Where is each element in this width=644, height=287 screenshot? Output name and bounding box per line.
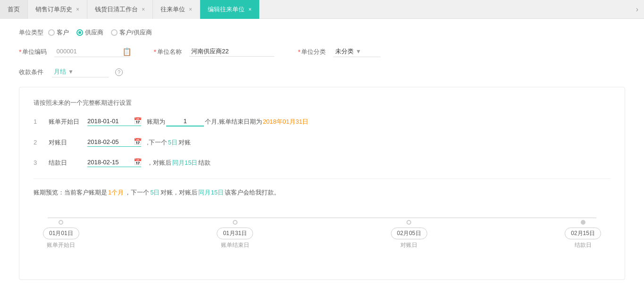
bill-start-date-field[interactable] xyxy=(87,118,130,125)
row-2-label: 对账日 xyxy=(49,138,82,147)
preview-part5: 该客户会给我打款。 xyxy=(225,188,280,197)
radio-supplier[interactable]: 供应商 xyxy=(76,28,103,37)
bill-start-row: 1 账单开始日 📅 账期为 个月,账单结束日期为 2018年01月31日 xyxy=(34,117,610,127)
settlement-date-field[interactable] xyxy=(87,159,130,166)
timeline-container: 01月01日 账单开始日 01月31日 账单结束日 xyxy=(34,208,610,268)
unit-code-field: * 单位编码 📋 xyxy=(19,47,130,57)
row-1-desc-suffix: 个月,账单结束日期为 xyxy=(205,118,262,126)
tab-expand-icon[interactable]: › xyxy=(630,5,644,14)
main-content: 单位类型 客户 供应商 客户/供应商 * 单位编码 📋 xyxy=(0,19,644,287)
unit-info-row: * 单位编码 📋 * 单位名称 * 单位分类 未分类 ▼ xyxy=(19,46,625,57)
settlement-cal-icon[interactable]: 📅 xyxy=(134,158,141,166)
row-3-label: 结款日 xyxy=(49,159,82,167)
unit-code-label: 单位编码 xyxy=(22,48,47,56)
tl-label-reconcile: 对账日 xyxy=(400,241,417,249)
unit-type-label: 单位类型 xyxy=(19,28,43,37)
radio-customer[interactable]: 客户 xyxy=(48,28,69,37)
tab-partner-label: 往来单位 xyxy=(161,5,185,14)
radio-customer-label: 客户 xyxy=(57,28,69,37)
preview-section: 账期预览：当前客户账期是 1个月 ，下一个 5日 对账，对账后 同月15日 该客… xyxy=(34,178,610,268)
unit-code-copy-icon[interactable]: 📋 xyxy=(122,47,130,55)
preview-part4: 同月15日 xyxy=(198,188,223,197)
reconciliation-cal-icon[interactable]: 📅 xyxy=(134,138,141,145)
unit-category-label: 单位分类 xyxy=(301,48,326,56)
row-2-num: 2 xyxy=(34,139,43,146)
row-3-num: 3 xyxy=(34,159,43,166)
tl-label-start: 账单开始日 xyxy=(47,241,75,249)
settlement-date-input: 📅 xyxy=(87,158,141,167)
unit-name-field: * 单位名称 xyxy=(153,47,274,57)
tl-dot-start xyxy=(59,220,63,225)
unit-type-radio-group: 客户 供应商 客户/供应商 xyxy=(48,28,152,37)
preview-label: 账期预览：当前客户账期是 xyxy=(34,188,107,197)
tl-badge-settle: 02月15日 xyxy=(565,228,601,239)
reconciliation-row: 2 对账日 📅 ,下一个 5日 对账 xyxy=(34,138,610,147)
tab-edit-partner[interactable]: 编辑往来单位 × xyxy=(200,0,260,19)
card-title: 请按照未来的一个完整帐期进行设置 xyxy=(34,99,610,107)
payment-terms-row: 收款条件 月结 ▼ ? xyxy=(19,67,625,77)
tab-sales-history-label: 销售订单历史 xyxy=(35,5,72,14)
settlement-row: 3 结款日 📅 ，对账后 同月15日 结款 xyxy=(34,158,610,167)
tl-label-settle: 结款日 xyxy=(575,241,592,249)
tab-home[interactable]: 首页 xyxy=(0,0,28,19)
row-1-desc-prefix: 账期为 xyxy=(147,118,165,126)
row-2-highlight: 5日 xyxy=(168,138,178,147)
bill-start-date-input: 📅 xyxy=(87,117,141,126)
tl-badge-start: 01月01日 xyxy=(43,228,79,239)
radio-customer-circle xyxy=(48,29,55,36)
payment-terms-label: 收款条件 xyxy=(19,68,43,76)
tl-badge-reconcile: 02月05日 xyxy=(391,228,427,239)
payment-terms-select[interactable]: 月结 ▼ xyxy=(52,67,109,77)
payment-terms-value: 月结 xyxy=(54,68,66,76)
tab-cash-work[interactable]: 钱货日清工作台 × xyxy=(87,0,153,19)
row-1-label: 账单开始日 xyxy=(49,118,82,126)
row-1-desc: 账期为 个月,账单结束日期为 2018年01月31日 xyxy=(147,117,308,127)
reconciliation-date-field[interactable] xyxy=(87,138,130,145)
unit-code-input-wrap: 📋 xyxy=(54,47,130,57)
row-3-desc: ，对账后 同月15日 结款 xyxy=(147,159,211,167)
unit-code-input[interactable] xyxy=(54,47,120,56)
tl-dot-reconcile xyxy=(407,220,411,225)
unit-name-input[interactable] xyxy=(189,47,274,57)
timeline-nodes: 01月01日 账单开始日 01月31日 账单结束日 xyxy=(43,213,601,249)
unit-type-row: 单位类型 客户 供应商 客户/供应商 xyxy=(19,28,625,37)
radio-both-circle xyxy=(111,29,118,36)
unit-category-arrow-icon: ▼ xyxy=(356,48,361,55)
preview-part1: 1个月 xyxy=(108,188,124,197)
tab-cash-work-close[interactable]: × xyxy=(142,6,145,13)
tab-home-label: 首页 xyxy=(8,5,20,14)
radio-both[interactable]: 客户/供应商 xyxy=(111,28,152,37)
tl-node-reconcile: 02月05日 对账日 xyxy=(391,213,427,249)
tl-dot-end xyxy=(233,220,237,225)
tab-sales-history-close[interactable]: × xyxy=(76,6,79,13)
radio-supplier-circle xyxy=(76,29,83,36)
period-input[interactable] xyxy=(166,117,204,127)
tl-node-end: 01月31日 账单结束日 xyxy=(217,213,253,249)
tab-partner-close[interactable]: × xyxy=(189,6,192,13)
tab-edit-partner-close[interactable]: × xyxy=(248,6,252,13)
row-3-prefix: ，对账后 xyxy=(147,159,171,167)
bill-start-cal-icon[interactable]: 📅 xyxy=(134,117,141,125)
unit-category-value: 未分类 xyxy=(335,47,354,56)
payment-terms-help-icon[interactable]: ? xyxy=(115,68,123,76)
tab-sales-history[interactable]: 销售订单历史 × xyxy=(28,0,87,19)
row-3-highlight: 同月15日 xyxy=(172,159,197,167)
tl-dot-settle xyxy=(581,220,585,225)
tl-badge-end: 01月31日 xyxy=(217,228,253,239)
tab-cash-work-label: 钱货日清工作台 xyxy=(95,5,138,14)
tl-label-end: 账单结束日 xyxy=(221,241,249,249)
preview-part2-prefix: ，下一个 xyxy=(125,188,149,197)
tl-node-settle: 02月15日 结款日 xyxy=(565,213,601,249)
tab-edit-partner-label: 编辑往来单位 xyxy=(208,5,245,14)
tab-bar: 首页 销售订单历史 × 钱货日清工作台 × 往来单位 × 编辑往来单位 × › xyxy=(0,0,644,19)
unit-category-select[interactable]: 未分类 ▼ xyxy=(333,46,381,57)
row-2-suffix: 对账 xyxy=(178,138,191,147)
row-3-suffix: 结款 xyxy=(198,159,211,167)
preview-part3: 对账，对账后 xyxy=(161,188,197,197)
tab-partner[interactable]: 往来单位 × xyxy=(153,0,200,19)
row-2-desc: ,下一个 5日 对账 xyxy=(147,138,191,147)
radio-supplier-label: 供应商 xyxy=(85,28,103,37)
settings-card: 请按照未来的一个完整帐期进行设置 1 账单开始日 📅 账期为 个月,账单结束日期… xyxy=(19,87,625,280)
unit-name-star: * xyxy=(153,48,156,56)
unit-name-label: 单位名称 xyxy=(157,48,182,56)
